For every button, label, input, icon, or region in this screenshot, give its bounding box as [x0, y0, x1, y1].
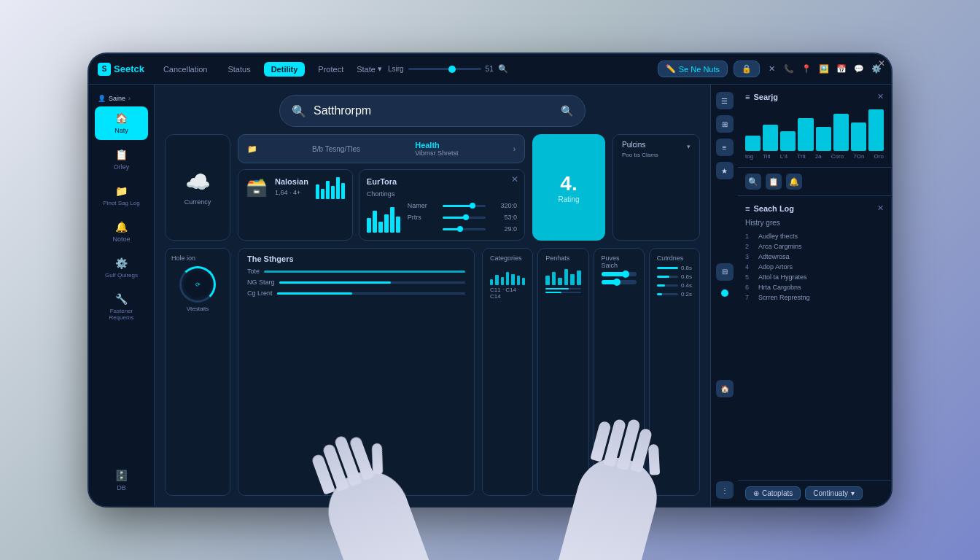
- pen-slider-fill-1: [545, 292, 561, 293]
- cust-track-2: [657, 284, 678, 287]
- bar-3: [331, 186, 335, 199]
- sidebar-label-db: DB: [117, 484, 126, 491]
- categories-title: Categories: [490, 254, 525, 262]
- search-action-icon-0[interactable]: 🔍: [745, 174, 761, 190]
- bottom-charts: Categories C11 · C14 · C14: [482, 248, 700, 496]
- filter-icon[interactable]: ☰: [716, 92, 734, 109]
- categories-chart: [490, 265, 525, 285]
- chart-label-3: Trlt: [797, 153, 805, 160]
- cat-bar-1: [495, 275, 498, 285]
- home-icon: 🏠: [115, 112, 128, 124]
- cust-track-3: [657, 293, 678, 295]
- slider-track-0[interactable]: [443, 205, 486, 207]
- cat-labels: C11 · C14 · C14: [490, 287, 525, 300]
- sidebar-item-fastener[interactable]: 🔧 Fastener Requems: [95, 287, 148, 327]
- sidebar-item-notoe[interactable]: 🔔 Notoe: [95, 215, 148, 249]
- tab-detility[interactable]: Detility: [264, 62, 306, 77]
- sidebar-label-orley: Orley: [114, 163, 130, 171]
- slider-val-2: 29:0: [491, 225, 517, 233]
- threat-item-0: Tote: [247, 268, 465, 275]
- bar-5: [341, 183, 345, 199]
- calendar-icon[interactable]: 📅: [836, 63, 847, 75]
- tab-cancellation[interactable]: Cancellation: [156, 62, 215, 77]
- network-icon[interactable]: ⋮: [716, 481, 734, 499]
- home-nav-icon[interactable]: 🏠: [716, 380, 734, 397]
- slider-val-1: 53:0: [491, 214, 517, 221]
- dropdown-chevron: ▾: [851, 489, 855, 497]
- history-num-5: 6: [745, 284, 754, 291]
- search-submit-icon[interactable]: 🔍: [561, 105, 573, 117]
- exp-bar-1: [373, 211, 377, 233]
- cat-bar-4: [511, 274, 514, 285]
- explore-content: Namer 320:0 Prtrs: [367, 202, 517, 233]
- pen-slider-1[interactable]: [545, 292, 580, 293]
- slider-row-0: Namer 320:0: [408, 202, 517, 209]
- image-icon[interactable]: 🖼️: [818, 63, 830, 75]
- orders-icon: 📋: [115, 149, 128, 160]
- right-search-close[interactable]: ✕: [877, 92, 884, 101]
- slider-track-1[interactable]: [443, 217, 486, 219]
- policies-dropdown[interactable]: ▾: [687, 143, 691, 150]
- health-card: 📁 B/b Tesng/Tles Health Vibrnsr Shretst …: [238, 134, 525, 163]
- star-icon[interactable]: ★: [716, 162, 734, 179]
- sliders-icon[interactable]: ⊟: [716, 263, 734, 281]
- close-icon[interactable]: ✕: [766, 63, 777, 75]
- puves-title: Puves Saich: [602, 254, 637, 269]
- search-action-icon-2[interactable]: 🔔: [786, 174, 802, 190]
- db-explore-row: 🗃️ Nalosian 1,64 · 4+: [238, 169, 525, 241]
- grid-icon[interactable]: ⊞: [716, 115, 734, 133]
- exp-bar-group: [367, 203, 400, 233]
- list-icon[interactable]: ≡: [716, 139, 734, 156]
- catoplats-button[interactable]: ⊕ Catoplats: [745, 486, 801, 500]
- db-mini-bars: [316, 177, 345, 199]
- health-chevron[interactable]: ›: [513, 145, 516, 153]
- sidebar-item-naty[interactable]: 🏠 Naty: [95, 106, 148, 140]
- search-bar-wrapper: 🔍 Satthrorpm 🔍: [165, 95, 700, 127]
- tab-protect[interactable]: Protect: [311, 62, 351, 77]
- slider-fill-0: [443, 205, 472, 207]
- search-action-icon-1[interactable]: 📋: [766, 174, 782, 190]
- sidebar-item-orley[interactable]: 📋 Orley: [95, 143, 148, 176]
- slider-val-0: 320:0: [491, 202, 517, 209]
- slider-track-2[interactable]: [443, 228, 486, 230]
- cat-bar-5: [517, 276, 520, 285]
- threat-track-1: [279, 281, 465, 284]
- hole-ion-label: Hole ion: [171, 254, 224, 262]
- tab-state[interactable]: State ▾: [357, 64, 382, 74]
- sidebar-label-gulf: Gulf Quiregs: [105, 272, 138, 279]
- chat-icon[interactable]: 💬: [853, 63, 865, 75]
- slider-label-0: Namer: [408, 202, 437, 209]
- sidebar-label-naty: Naty: [114, 127, 128, 134]
- search-input[interactable]: Satthrorpm: [314, 104, 553, 117]
- phone-icon[interactable]: 📞: [783, 63, 795, 75]
- explore-close[interactable]: ✕: [511, 174, 518, 184]
- continuaty-dropdown[interactable]: Continuaty ▾: [805, 486, 863, 500]
- location-icon[interactable]: 📍: [801, 63, 812, 75]
- right-search-header: ≡ Searjg ✕: [745, 92, 884, 101]
- sidebar-item-gulf[interactable]: ⚙️ Gulf Quiregs: [95, 252, 148, 284]
- user-button[interactable]: 🔒: [734, 61, 760, 77]
- search-log-close[interactable]: ✕: [877, 203, 884, 213]
- toggle-indicator: [721, 289, 728, 297]
- action-button[interactable]: ✏️ Se Ne Nuts: [658, 61, 728, 77]
- pen-slider-0[interactable]: [545, 288, 580, 289]
- puves-slider-1[interactable]: [602, 280, 637, 284]
- app-logo: S Seetck: [98, 63, 144, 76]
- sidebar-item-db[interactable]: 🗄️ DB: [95, 464, 148, 497]
- history-item-0: 1 Audley thects: [745, 231, 884, 241]
- sidebar-item-pinot[interactable]: 📁 Pinot Sag Log: [95, 179, 148, 212]
- search-bar[interactable]: 🔍 Satthrorpm 🔍: [279, 95, 586, 127]
- tab-status[interactable]: Status: [220, 62, 257, 77]
- cust-line-2: [657, 284, 666, 287]
- slider-thumb-1: [463, 214, 469, 220]
- sidebar-label-pinot: Pinot Sag Log: [103, 200, 139, 206]
- puves-thumb-0: [622, 271, 629, 278]
- health-status: Health: [415, 141, 458, 149]
- history-text-3: Adop Artors: [758, 263, 793, 271]
- threat-track-2: [277, 292, 465, 295]
- nav-slider[interactable]: [408, 68, 481, 70]
- bell-icon: 🔔: [115, 221, 128, 233]
- puves-slider-0[interactable]: [602, 272, 637, 276]
- penhats-chart: [545, 265, 580, 285]
- folder-icon: 📁: [115, 185, 128, 197]
